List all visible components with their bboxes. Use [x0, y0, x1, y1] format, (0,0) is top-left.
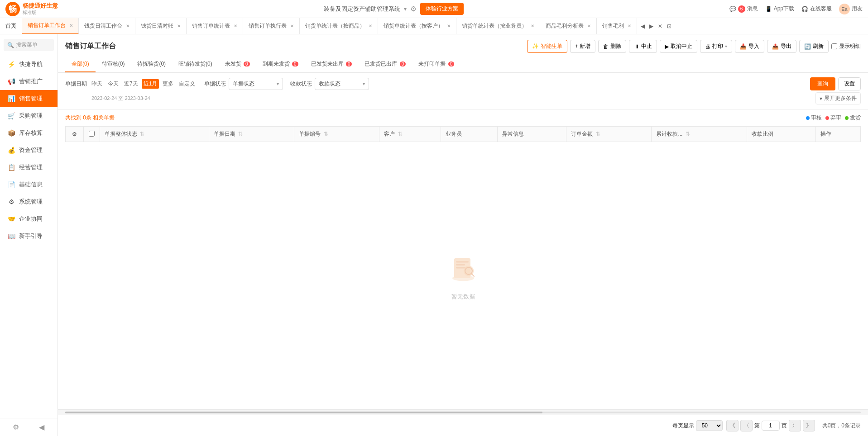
tab-margin[interactable]: 商品毛利分析表 ✕	[540, 18, 597, 34]
tab-home[interactable]: 首页	[0, 18, 22, 34]
sub-tab-expired[interactable]: 到期未发货 0	[256, 57, 305, 72]
sidebar-item-marketing[interactable]: 📢 营销推广	[0, 73, 58, 90]
prev-page-btn[interactable]: 〈	[740, 420, 753, 431]
scrollbar-area[interactable]	[58, 409, 868, 415]
col-amount[interactable]: 订单金额 ⇅	[566, 127, 652, 142]
tab-exec[interactable]: 销售订单执行表 ✕	[243, 18, 300, 34]
sidebar-item-system[interactable]: ⚙ 系统管理	[0, 193, 58, 210]
sidebar-item-inventory[interactable]: 📦 库存核算	[0, 124, 58, 142]
col-number[interactable]: 单据编号 ⇅	[294, 127, 379, 142]
deliver-op-btn[interactable]: 发货	[845, 114, 861, 122]
tab-reconcile[interactable]: 钱货日清对账 ✕	[135, 18, 187, 34]
tab-close-icon4[interactable]: ✕	[234, 24, 237, 28]
sidebar-item-base[interactable]: 📄 基础信息	[0, 176, 58, 193]
last-page-btn[interactable]: 》	[803, 420, 815, 431]
sub-tab-undelivered[interactable]: 未发货 0	[219, 57, 256, 72]
tab-close-icon10[interactable]: ✕	[628, 24, 631, 28]
col-ratio[interactable]: 收款比例	[747, 127, 815, 142]
page-size-dropdown[interactable]: 10 20 50 100	[696, 420, 723, 431]
scrollbar-thumb[interactable]	[65, 412, 542, 413]
tab-scroll-right[interactable]: ▶	[647, 22, 655, 30]
tab-sales-order[interactable]: 销售订单工作台 ✕	[22, 18, 79, 34]
payment-select[interactable]: 收款状态 ▾	[315, 78, 369, 90]
show-detail-checkbox-area[interactable]: 显示明细	[831, 43, 861, 50]
revoke-op-btn[interactable]: 弃审	[825, 114, 841, 122]
show-detail-checkbox[interactable]	[831, 43, 837, 49]
sub-tab-pending-inspect[interactable]: 待拣验货(0)	[131, 57, 172, 72]
app-download-btn[interactable]: 📱 App下载	[765, 5, 794, 13]
expand-conditions-btn[interactable]: ▾ 展开更多条件	[815, 92, 861, 104]
sidebar-item-guide[interactable]: 📖 新手引导	[0, 227, 58, 245]
sub-tab-delivered-out[interactable]: 已发货已出库 0	[358, 57, 412, 72]
date-custom[interactable]: 自定义	[177, 79, 197, 89]
settings-icon[interactable]: ⚙	[410, 5, 417, 13]
sub-tab-unprinted[interactable]: 未打印单据 0	[412, 57, 460, 72]
col-collected[interactable]: 累计收款... ⇅	[652, 127, 747, 142]
sidebar-settings-btn[interactable]: ⚙	[5, 423, 27, 431]
col-status[interactable]: 单据整体状态 ⇅	[100, 127, 209, 142]
tab-close-icon9[interactable]: ✕	[587, 24, 591, 28]
first-page-btn[interactable]: 《	[726, 420, 739, 431]
dropdown-icon[interactable]: ▾	[404, 6, 407, 12]
col-salesman[interactable]: 业务员	[441, 127, 498, 142]
sidebar-item-purchase[interactable]: 🛒 采购管理	[0, 107, 58, 124]
setting-btn[interactable]: 设置	[838, 77, 861, 90]
tab-close-icon2[interactable]: ✕	[126, 24, 129, 28]
cancel-pause-btn[interactable]: ▶ 取消中止	[660, 40, 697, 53]
tab-goods[interactable]: 销货单统计表（按商品） ✕	[300, 18, 378, 34]
query-btn[interactable]: 查询	[810, 77, 835, 90]
col-date[interactable]: 单据日期 ⇅	[209, 127, 294, 142]
message-btn[interactable]: 💬 6 消息	[729, 5, 758, 13]
pause-btn[interactable]: ⏸ 中止	[629, 40, 657, 53]
tab-close-all[interactable]: ✕	[656, 22, 664, 30]
col-settings[interactable]: ⚙	[66, 127, 84, 142]
date-yesterday[interactable]: 昨天	[90, 79, 104, 89]
smart-gen-btn[interactable]: ✨ 智能生单	[527, 40, 567, 53]
sidebar-search-btn[interactable]: 🔍 搜索菜单	[4, 39, 54, 51]
sub-tab-all[interactable]: 全部(0)	[65, 57, 96, 72]
tab-restore[interactable]: ⊡	[665, 22, 673, 30]
col-customer[interactable]: 客户 ⇅	[379, 127, 441, 142]
tab-close-icon7[interactable]: ✕	[447, 24, 451, 28]
tab-close-icon6[interactable]: ✕	[369, 24, 372, 28]
add-btn[interactable]: + 新增	[570, 40, 595, 53]
user-area[interactable]: Ea 用友	[839, 4, 863, 14]
tab-close-icon[interactable]: ✕	[69, 23, 73, 28]
date-today[interactable]: 今天	[106, 79, 120, 89]
date-1month[interactable]: 近1月	[142, 79, 159, 89]
industry-btn[interactable]: 体验行业方案	[420, 3, 464, 15]
select-all-checkbox[interactable]	[89, 131, 95, 137]
date-more[interactable]: 更多	[161, 79, 175, 89]
sub-tab-wangpu[interactable]: 旺铺待发货(0)	[172, 57, 219, 72]
tab-close-icon5[interactable]: ✕	[290, 24, 294, 28]
audit-op-btn[interactable]: 审核	[806, 114, 822, 122]
sidebar-item-quick-nav[interactable]: ⚡ 快捷导航	[0, 56, 58, 73]
sidebar-item-finance[interactable]: 💰 资金管理	[0, 142, 58, 159]
tab-close-icon3[interactable]: ✕	[177, 24, 181, 28]
tab-salesman[interactable]: 销货单统计表（按业务员） ✕	[456, 18, 540, 34]
tab-scroll-left[interactable]: ◀	[639, 22, 647, 30]
sidebar-collapse-btn[interactable]: ◀	[31, 423, 53, 431]
sidebar-item-collab[interactable]: 🤝 企业协同	[0, 210, 58, 227]
page-input[interactable]	[762, 421, 780, 431]
print-btn[interactable]: 🖨 打印 ▾	[700, 40, 732, 53]
sub-tab-delivered-not-out[interactable]: 已发货未出库 0	[305, 57, 359, 72]
delete-btn[interactable]: 🗑 删除	[598, 40, 626, 53]
online-service-btn[interactable]: 🎧 在线客服	[801, 5, 832, 13]
tab-customer[interactable]: 销货单统计表（按客户） ✕	[378, 18, 456, 34]
next-page-btn[interactable]: 〉	[789, 420, 801, 431]
sidebar-item-sales[interactable]: 📊 销售管理	[0, 90, 58, 107]
tab-gross[interactable]: 销售毛利 ✕	[597, 18, 637, 34]
refresh-btn[interactable]: 🔄 刷新	[799, 40, 829, 53]
col-exception[interactable]: 异常信息	[498, 127, 566, 142]
col-checkbox[interactable]	[84, 127, 100, 142]
tab-stats[interactable]: 销售订单统计表 ✕	[187, 18, 243, 34]
tab-cash-clear[interactable]: 钱货日清工作台 ✕	[79, 18, 135, 34]
sidebar-item-operation[interactable]: 📋 经营管理	[0, 159, 58, 176]
import-btn[interactable]: 📥 导入	[735, 40, 764, 53]
sub-tab-pending-audit[interactable]: 待审核(0)	[96, 57, 131, 72]
tab-close-icon8[interactable]: ✕	[531, 24, 534, 28]
export-btn[interactable]: 📤 导出	[767, 40, 796, 53]
date-7days[interactable]: 近7天	[122, 79, 140, 89]
status-select[interactable]: 单据状态 ▾	[229, 78, 283, 90]
